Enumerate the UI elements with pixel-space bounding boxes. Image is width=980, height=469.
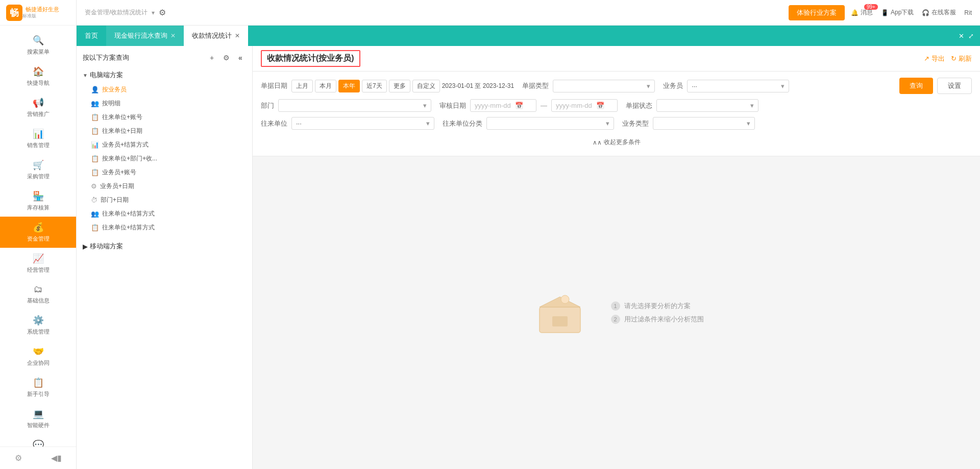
sidebar-item-enterprise[interactable]: 🤝 企业协同 bbox=[0, 341, 76, 372]
sidebar-item-label: 资金管理 bbox=[27, 235, 50, 243]
scheme-partner-date[interactable]: 📋 往来单位+日期 bbox=[87, 124, 246, 138]
partner-select[interactable]: ··· ▾ bbox=[291, 117, 434, 130]
group-icon: 👥 bbox=[91, 210, 99, 218]
scheme-settings-button[interactable]: ⚙ bbox=[220, 52, 232, 63]
chevron-down-icon: ▾ bbox=[423, 102, 427, 109]
sidebar-settings-btn[interactable]: ⚙ bbox=[15, 453, 22, 463]
arrow-right-icon: ▶ bbox=[83, 243, 88, 250]
close-icon[interactable]: ✕ bbox=[170, 32, 176, 39]
partner-category-select[interactable]: ▾ bbox=[486, 117, 614, 130]
chevron-down-icon: ▾ bbox=[647, 82, 650, 90]
review-date-filter: 审核日期 yyyy-mm-dd 📅 — yyyy-mm-dd 📅 bbox=[439, 99, 618, 112]
this-year-btn[interactable]: 本年 bbox=[338, 80, 360, 92]
sidebar-item-warehouse[interactable]: 🏪 库存核算 bbox=[0, 185, 76, 217]
sidebar-item-system[interactable]: ⚙️ 系统管理 bbox=[0, 310, 76, 341]
dept-filter: 部门 ▾ bbox=[261, 99, 431, 112]
custom-btn[interactable]: 自定义 bbox=[412, 80, 440, 92]
query-button[interactable]: 查询 bbox=[899, 78, 933, 94]
dept-select[interactable]: ▾ bbox=[278, 99, 431, 112]
logo-text: 畅捷通好生意 bbox=[26, 6, 59, 13]
sidebar-item-quick-nav[interactable]: 🏠 快捷导航 bbox=[0, 61, 76, 92]
sidebar-item-label: 企业协同 bbox=[27, 359, 50, 367]
export-button[interactable]: ↗ 导出 bbox=[924, 54, 945, 63]
scheme-partner-settlement2[interactable]: 📋 往来单位+结算方式 bbox=[87, 221, 246, 235]
more-icon: ··· bbox=[692, 82, 697, 90]
table-icon: 📋 bbox=[91, 155, 99, 162]
user-name[interactable]: Rit bbox=[964, 9, 972, 16]
logo-icon: 畅 bbox=[6, 5, 22, 21]
basic-icon: 🗂 bbox=[34, 284, 43, 295]
sidebar-item-label: 销售管理 bbox=[27, 142, 50, 149]
gear-icon: ⚙ bbox=[91, 182, 97, 190]
sidebar: 畅 畅捷通好生意 标准版 🔍 搜索菜单 🏠 快捷导航 📢 营销推广 📊 销售管理… bbox=[0, 0, 77, 469]
scheme-partner-account[interactable]: 📋 往来单位+账号 bbox=[87, 110, 246, 124]
gear-icon[interactable]: ⚙ bbox=[159, 8, 166, 17]
sidebar-item-hardware[interactable]: 💻 智能硬件 bbox=[0, 403, 76, 434]
tab-home[interactable]: 首页 bbox=[77, 26, 106, 46]
last-month-btn[interactable]: 上月 bbox=[291, 80, 313, 92]
table-icon: 📋 bbox=[91, 169, 99, 176]
voucher-type-select[interactable]: ▾ bbox=[553, 80, 655, 92]
more-btn[interactable]: 更多 bbox=[389, 80, 410, 92]
sidebar-bottom: ⚙ ◀▮ bbox=[0, 447, 76, 469]
scheme-by-detail[interactable]: 👥 按明细 bbox=[87, 97, 246, 110]
scheme-by-salesperson[interactable]: 👤 按业务员 bbox=[87, 83, 246, 97]
review-date-end[interactable]: yyyy-mm-dd 📅 bbox=[551, 99, 618, 112]
date-label: 单据日期 bbox=[261, 81, 287, 90]
sidebar-item-finance[interactable]: 💰 资金管理 bbox=[0, 217, 76, 248]
chevron-down-icon: ▾ bbox=[426, 120, 430, 127]
sidebar-item-basic[interactable]: 🗂 基础信息 bbox=[0, 279, 76, 310]
scheme-salesperson-settlement[interactable]: 📊 业务员+结算方式 bbox=[87, 138, 246, 152]
add-scheme-button[interactable]: + bbox=[206, 52, 217, 63]
sidebar-nav: 🔍 搜索菜单 🏠 快捷导航 📢 营销推广 📊 销售管理 🛒 采购管理 🏪 库存核… bbox=[0, 26, 76, 447]
marketing-icon: 📢 bbox=[33, 97, 44, 108]
online-service-button[interactable]: 🎧 在线客服 bbox=[922, 8, 956, 17]
table-icon: 📋 bbox=[91, 127, 99, 135]
collapse-filter-button[interactable]: ∧∧ 收起更多条件 bbox=[261, 135, 972, 150]
filter-row-1: 单据日期 上月 本月 本年 近7天 更多 自定义 2023-01-01 至 20… bbox=[261, 78, 972, 94]
last-7-btn[interactable]: 近7天 bbox=[362, 80, 387, 92]
content-area: 按以下方案查询 + ⚙ « ▼ 电脑端方案 👤 按业务员 bbox=[77, 46, 980, 469]
sidebar-collapse-btn[interactable]: ◀▮ bbox=[51, 453, 62, 463]
sidebar-item-management[interactable]: 📈 经营管理 bbox=[0, 248, 76, 279]
tip-1: 1 请先选择要分析的方案 bbox=[611, 301, 704, 311]
desktop-section-title[interactable]: ▼ 电脑端方案 bbox=[83, 67, 246, 83]
partner-category-filter: 往来单位分类 ▾ bbox=[443, 117, 614, 130]
date-filter-group: 上月 本月 本年 近7天 更多 自定义 2023-01-01 至 2023-12… bbox=[291, 80, 514, 92]
scheme-by-partner-dept[interactable]: 📋 按来单位+部门+收... bbox=[87, 152, 246, 166]
review-date-start[interactable]: yyyy-mm-dd 📅 bbox=[470, 99, 536, 112]
scheme-dept-date[interactable]: ⏱ 部门+日期 bbox=[87, 193, 246, 207]
calendar-icon: 📅 bbox=[596, 102, 604, 109]
voucher-status-select[interactable]: ▾ bbox=[656, 99, 758, 112]
message-button[interactable]: 🔔 消息 99+ bbox=[851, 8, 873, 17]
collapse-panel-button[interactable]: « bbox=[235, 52, 246, 63]
tip-num-2: 2 bbox=[611, 315, 620, 324]
salesperson-select[interactable]: ··· ▾ bbox=[687, 80, 789, 92]
scheme-salesperson-date[interactable]: ⚙ 业务员+日期 bbox=[87, 179, 246, 193]
trial-button[interactable]: 体验行业方案 bbox=[789, 5, 845, 20]
sidebar-item-sales[interactable]: 📊 销售管理 bbox=[0, 123, 76, 154]
mobile-section-title[interactable]: ▶ 移动端方案 bbox=[83, 239, 246, 254]
scheme-partner-settlement1[interactable]: 👥 往来单位+结算方式 bbox=[87, 207, 246, 221]
partner-label: 往来单位 bbox=[261, 119, 287, 128]
close-window-icon[interactable]: ✕ bbox=[959, 32, 964, 40]
refresh-button[interactable]: ↻ 刷新 bbox=[951, 54, 972, 63]
sidebar-item-wechat[interactable]: 💬 企业微信 bbox=[0, 434, 76, 447]
maximize-icon[interactable]: ⤢ bbox=[968, 32, 974, 40]
svg-point-3 bbox=[561, 295, 569, 303]
business-type-select[interactable]: ▾ bbox=[653, 117, 755, 130]
close-icon[interactable]: ✕ bbox=[235, 32, 240, 39]
app-download-button[interactable]: 📱 App下载 bbox=[881, 8, 914, 17]
this-month-btn[interactable]: 本月 bbox=[315, 80, 336, 92]
sidebar-item-label: 系统管理 bbox=[27, 328, 50, 336]
sidebar-item-guide[interactable]: 📋 新手引导 bbox=[0, 372, 76, 403]
bell-icon: 🔔 bbox=[851, 9, 859, 16]
sidebar-item-marketing[interactable]: 📢 营销推广 bbox=[0, 92, 76, 123]
sidebar-item-search[interactable]: 🔍 搜索菜单 bbox=[0, 30, 76, 61]
tab-bank-flow[interactable]: 现金银行流水查询 ✕ bbox=[106, 26, 184, 46]
tab-collection[interactable]: 收款情况统计 ✕ bbox=[184, 26, 248, 46]
sidebar-item-purchase[interactable]: 🛒 采购管理 bbox=[0, 154, 76, 185]
voucher-type-filter: 单据类型 ▾ bbox=[522, 80, 655, 92]
settings-button[interactable]: 设置 bbox=[937, 78, 972, 94]
scheme-salesperson-account[interactable]: 📋 业务员+账号 bbox=[87, 166, 246, 179]
